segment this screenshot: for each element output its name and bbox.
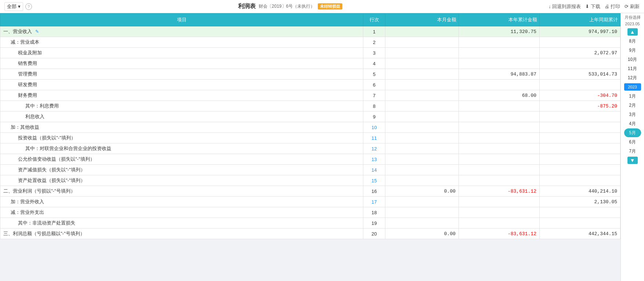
table-cell-month: [385, 69, 459, 80]
table-cell-month: [385, 143, 459, 154]
table-cell-month: [385, 207, 459, 218]
table-cell-rownumber: 18: [363, 207, 385, 218]
table-cell-rownumber: 6: [363, 80, 385, 90]
month-item[interactable]: 3月: [624, 110, 641, 119]
sidebar-month-picker: 月份选择 2023.05 ▲ 8月9月10月11月12月20231月2月3月4月…: [620, 13, 644, 281]
table-cell-rownumber: 5: [363, 69, 385, 80]
table-cell-item: 加：其他收益: [0, 122, 363, 133]
table-cell-item: 二、营业利润（亏损以"-"号填列）: [0, 186, 363, 197]
table-cell-lastyear: [540, 133, 620, 143]
table-cell-item: 资产处置收益（损失以"-"填列）: [0, 175, 363, 186]
table-cell-item: 销售费用: [0, 58, 363, 69]
table-cell-rownumber: 12: [363, 143, 385, 154]
month-nav-down[interactable]: ▼: [627, 157, 638, 164]
profit-table: 项目 行次 本月金额 本年累计金额 上年同期累计 一、营业收入 ✎111,320…: [0, 13, 620, 239]
month-item[interactable]: 6月: [624, 138, 641, 146]
table-cell-lastyear: 533,014.73: [540, 69, 620, 80]
header-month: 本月金额: [385, 14, 459, 26]
table-cell-year: 11,320.75: [459, 26, 540, 37]
sidebar-title: 月份选择: [625, 15, 641, 20]
month-item[interactable]: 8月: [624, 37, 641, 45]
help-icon[interactable]: ?: [25, 3, 32, 10]
table-cell-lastyear: [540, 143, 620, 154]
refresh-button[interactable]: ⟳ 刷新: [625, 3, 640, 10]
table-cell-rownumber: 13: [363, 154, 385, 165]
table-cell-item: 一、营业收入 ✎: [0, 26, 363, 37]
table-cell-month: 0.00: [385, 186, 459, 197]
scope-dropdown[interactable]: 全部 ▾: [4, 2, 23, 11]
month-item[interactable]: 5月: [624, 128, 641, 137]
table-cell-lastyear: 442,344.15: [540, 229, 620, 239]
month-item[interactable]: 7月: [624, 147, 641, 156]
month-item[interactable]: 10月: [624, 55, 641, 64]
header-year: 本年累计金额: [459, 14, 540, 26]
table-cell-item: 税金及附加: [0, 48, 363, 58]
month-nav-up[interactable]: ▲: [627, 28, 638, 36]
header-lastyear: 上年同期累计: [540, 14, 620, 26]
table-cell-year: -83,631.12: [459, 186, 540, 197]
month-item[interactable]: 12月: [624, 73, 641, 82]
download-button[interactable]: ⬇ 下载: [585, 3, 600, 10]
table-cell-lastyear: [540, 37, 620, 48]
table-cell-year: [459, 80, 540, 90]
table-cell-year: [459, 175, 540, 186]
table-cell-item: 利息收入: [0, 112, 363, 122]
chevron-down-icon: ▾: [18, 4, 21, 9]
table-cell-rownumber: 14: [363, 165, 385, 175]
back-button[interactable]: ↓ 回退到原报表: [548, 3, 581, 10]
table-cell-item: 其中：利息费用: [0, 101, 363, 112]
table-cell-month: [385, 58, 459, 69]
month-item[interactable]: 11月: [624, 64, 641, 73]
top-bar-right: ↓ 回退到原报表 ⬇ 下载 🖨 打印 ⟳ 刷新: [548, 3, 640, 10]
table-cell-lastyear: [540, 207, 620, 218]
table-cell-rownumber: 4: [363, 58, 385, 69]
scope-label: 全部: [7, 3, 17, 10]
print-button[interactable]: 🖨 打印: [605, 3, 620, 10]
month-item[interactable]: 2023: [624, 83, 641, 91]
table-cell-item: 公允价值变动收益（损失以"-"填列）: [0, 154, 363, 165]
table-cell-year: [459, 197, 540, 207]
table-cell-month: 0.00: [385, 229, 459, 239]
table-cell-month: [385, 165, 459, 175]
table-cell-month: [385, 133, 459, 143]
page-subtitle: 财会〔2019〕6号（未执行）: [259, 3, 315, 10]
table-cell-lastyear: -304.70: [540, 90, 620, 101]
table-cell-year: 94,883.87: [459, 69, 540, 80]
table-cell-lastyear: 2,072.97: [540, 48, 620, 58]
month-item[interactable]: 2月: [624, 101, 641, 110]
table-cell-rownumber: 16: [363, 186, 385, 197]
table-cell-item: 投资收益（损失以"-"填列）: [0, 133, 363, 143]
month-item[interactable]: 4月: [624, 119, 641, 128]
table-cell-rownumber: 17: [363, 197, 385, 207]
table-cell-month: [385, 197, 459, 207]
table-cell-year: [459, 122, 540, 133]
table-cell-year: [459, 143, 540, 154]
current-month-label: 2023.05: [625, 22, 640, 26]
table-cell-item: 三、利润总额（亏损总额以"-"号填列）: [0, 229, 363, 239]
table-cell-item: 其中：非流动资产处置损失: [0, 218, 363, 229]
table-cell-lastyear: [540, 165, 620, 175]
table-cell-year: [459, 154, 540, 165]
page-title: 利润表: [238, 3, 256, 10]
top-bar-left: 全部 ▾ ?: [4, 2, 32, 11]
table-cell-lastyear: 2,130.05: [540, 197, 620, 207]
table-cell-month: [385, 90, 459, 101]
table-cell-year: [459, 58, 540, 69]
table-cell-month: [385, 48, 459, 58]
table-cell-year: [459, 37, 540, 48]
table-cell-lastyear: [540, 80, 620, 90]
table-cell-month: [385, 218, 459, 229]
table-cell-year: [459, 207, 540, 218]
table-cell-month: [385, 80, 459, 90]
table-wrapper: 项目 行次 本月金额 本年累计金额 上年同期累计 一、营业收入 ✎111,320…: [0, 13, 620, 239]
table-cell-lastyear: [540, 58, 620, 69]
table-cell-year: 68.00: [459, 90, 540, 101]
table-cell-lastyear: [540, 154, 620, 165]
table-cell-year: [459, 133, 540, 143]
top-bar: 全部 ▾ ? 利润表 财会〔2019〕6号（未执行） 未结转损益 ↓ 回退到原报…: [0, 0, 644, 13]
table-cell-rownumber: 7: [363, 90, 385, 101]
month-item[interactable]: 9月: [624, 46, 641, 55]
month-item[interactable]: 1月: [624, 92, 641, 101]
table-cell-month: [385, 37, 459, 48]
edit-icon[interactable]: ✎: [34, 29, 39, 34]
